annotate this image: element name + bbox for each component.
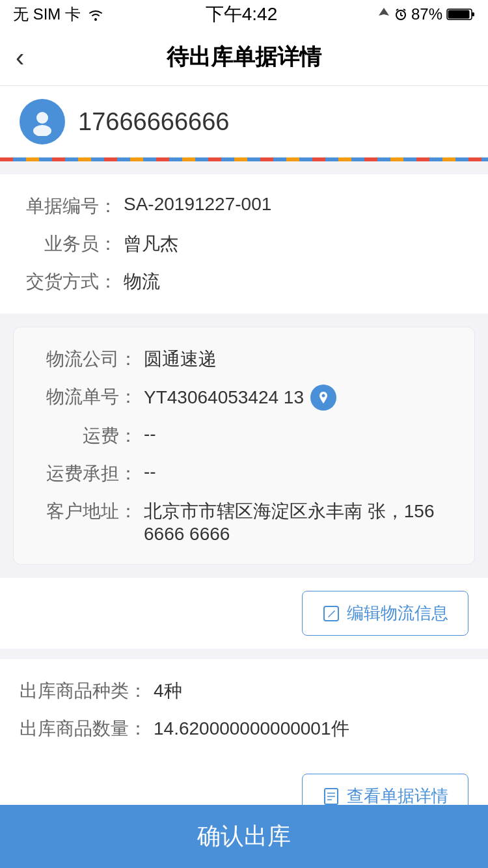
logistics-tracking-label: 物流单号：: [33, 385, 137, 409]
carrier-text: 无 SIM 卡: [13, 4, 81, 25]
logistics-freight-row: 运费： --: [33, 424, 455, 448]
logistics-address-value: 北京市市辖区海淀区永丰南 张，156 6666 6666: [137, 499, 455, 545]
basic-info-section: 单据编号： SA-20191227-001 业务员： 曾凡杰 交货方式： 物流: [0, 174, 488, 314]
confirm-btn-label: 确认出库: [197, 821, 291, 852]
svg-point-9: [36, 112, 48, 124]
confirm-btn-area[interactable]: 确认出库: [0, 805, 488, 868]
alarm-icon: [394, 7, 407, 21]
edit-icon: [322, 604, 340, 623]
avatar-icon: [28, 107, 57, 136]
order-no-label: 单据编号：: [20, 194, 117, 219]
goods-types-value: 4种: [147, 679, 468, 703]
svg-point-10: [33, 125, 51, 136]
logistics-tracking-value: YT43064053424 13: [137, 385, 455, 411]
logistics-address-row: 客户地址： 北京市市辖区海淀区永丰南 张，156 6666 6666: [33, 499, 455, 545]
document-icon: [322, 787, 340, 806]
logistics-company-label: 物流公司：: [33, 347, 137, 372]
salesperson-row: 业务员： 曾凡杰: [20, 232, 468, 256]
nav-title: 待出库单据详情: [167, 42, 321, 72]
status-time: 下午4:42: [206, 2, 278, 27]
section-divider: [0, 649, 488, 659]
logistics-address-label: 客户地址：: [33, 499, 137, 524]
logistics-freight-bearer-value: --: [137, 461, 455, 482]
battery-icon: [446, 7, 475, 21]
map-pin-icon: [316, 390, 331, 405]
status-bar: 无 SIM 卡 下午4:42 87%: [0, 0, 488, 29]
nav-bar: ‹ 待出库单据详情: [0, 29, 488, 86]
svg-line-5: [403, 9, 405, 10]
order-no-row: 单据编号： SA-20191227-001: [20, 194, 468, 219]
dashed-border: [0, 157, 488, 161]
battery-text: 87%: [411, 5, 442, 23]
goods-types-row: 出库商品种类： 4种: [20, 679, 468, 703]
user-phone: 17666666666: [78, 108, 229, 136]
edit-logistics-button[interactable]: 编辑物流信息: [302, 591, 468, 636]
goods-types-label: 出库商品种类：: [20, 679, 147, 703]
user-avatar: [20, 99, 65, 144]
logistics-freight-bearer-label: 运费承担：: [33, 461, 137, 486]
logistics-freight-label: 运费：: [33, 424, 137, 448]
svg-rect-7: [472, 12, 474, 16]
edit-btn-row: 编辑物流信息: [0, 578, 488, 649]
delivery-row: 交货方式： 物流: [20, 269, 468, 294]
wifi-icon: [86, 7, 105, 21]
goods-section: 出库商品种类： 4种 出库商品数量： 14.620000000000001件: [0, 659, 488, 761]
svg-rect-8: [448, 10, 470, 19]
salesperson-value: 曾凡杰: [117, 232, 468, 256]
logistics-freight-bearer-row: 运费承担： --: [33, 461, 455, 486]
logistics-company-row: 物流公司： 圆通速递: [33, 347, 455, 372]
status-left: 无 SIM 卡: [13, 4, 105, 25]
goods-quantity-value: 14.620000000000001件: [147, 716, 468, 741]
delivery-label: 交货方式：: [20, 269, 117, 294]
status-right: 87%: [377, 5, 475, 23]
logistics-company-value: 圆通速递: [137, 347, 455, 372]
goods-quantity-row: 出库商品数量： 14.620000000000001件: [20, 716, 468, 741]
logistics-section: 物流公司： 圆通速递 物流单号： YT43064053424 13 运费： --…: [13, 327, 475, 565]
svg-point-0: [94, 18, 97, 21]
delivery-value: 物流: [117, 269, 468, 294]
logistics-tracking-row: 物流单号： YT43064053424 13: [33, 385, 455, 411]
svg-line-4: [396, 9, 398, 10]
tracking-location-icon[interactable]: [310, 385, 336, 411]
salesperson-label: 业务员：: [20, 232, 117, 256]
edit-logistics-label: 编辑物流信息: [347, 602, 448, 625]
back-button[interactable]: ‹: [16, 42, 24, 72]
svg-point-11: [322, 394, 325, 398]
order-no-value: SA-20191227-001: [117, 194, 468, 215]
user-header: 17666666666: [0, 86, 488, 157]
view-details-label: 查看单据详情: [347, 785, 448, 807]
location-status-icon: [377, 7, 390, 22]
logistics-freight-value: --: [137, 424, 455, 444]
goods-quantity-label: 出库商品数量：: [20, 716, 147, 741]
